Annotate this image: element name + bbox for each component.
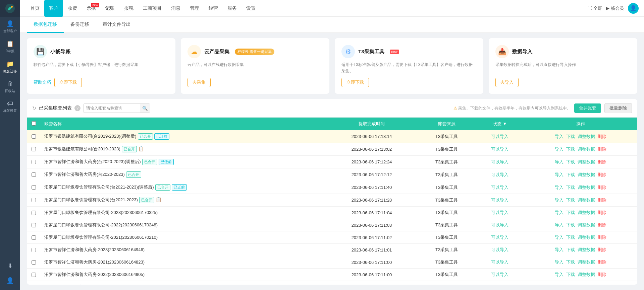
import-action[interactable]: 导入	[555, 197, 564, 203]
delete-action[interactable]: 删除	[598, 185, 606, 191]
go-collect-button[interactable]: 去采集	[187, 78, 211, 87]
download-now-button[interactable]: 立即下载	[54, 78, 82, 87]
adjust-action[interactable]: 调整数据	[578, 284, 595, 285]
search-input[interactable]	[84, 104, 140, 112]
delete-action[interactable]: 删除	[598, 222, 606, 228]
merge-btn[interactable]: 合并账套	[574, 103, 601, 113]
sidebar-item-account-transfer[interactable]: 📁 账套迁移	[0, 57, 20, 77]
go-import-button[interactable]: 去导入	[495, 78, 519, 87]
download-action[interactable]: 下载	[566, 146, 575, 152]
row-checkbox[interactable]	[32, 198, 36, 202]
avatar[interactable]: 👤	[628, 3, 639, 14]
nav-accounting[interactable]: 记账	[101, 0, 119, 17]
row-checkbox[interactable]	[32, 223, 36, 227]
download-action[interactable]: 下载	[566, 272, 575, 278]
download-action[interactable]: 下载	[566, 185, 575, 191]
delete-action[interactable]: 删除	[598, 172, 606, 178]
nav-home[interactable]: 首页	[25, 0, 44, 17]
adjust-action[interactable]: 调整数据	[578, 159, 595, 165]
row-checkbox[interactable]	[32, 134, 36, 139]
help-icon[interactable]: ?	[74, 105, 80, 111]
adjust-action[interactable]: 调整数据	[578, 172, 595, 178]
row-checkbox[interactable]	[32, 172, 36, 177]
nav-business[interactable]: 工商项目	[138, 0, 166, 17]
row-checkbox[interactable]	[32, 260, 36, 265]
delete-action[interactable]: 删除	[598, 247, 606, 253]
nav-clients[interactable]: 客户	[44, 0, 63, 17]
nav-service[interactable]: 服务	[223, 0, 241, 17]
import-action[interactable]: 导入	[555, 284, 564, 285]
row-checkbox[interactable]	[32, 211, 36, 215]
bulk-delete-btn[interactable]: 批量删除	[604, 103, 632, 113]
adjust-action[interactable]: 调整数据	[578, 146, 595, 152]
select-all-checkbox[interactable]	[32, 121, 36, 126]
download-action[interactable]: 下载	[566, 134, 575, 140]
adjust-action[interactable]: 调整数据	[578, 210, 595, 216]
import-action[interactable]: 导入	[555, 159, 564, 165]
nav-billing[interactable]: 收费	[63, 0, 82, 17]
tab-data-migration[interactable]: 数据包迁移	[27, 17, 64, 33]
import-action[interactable]: 导入	[555, 134, 564, 140]
help-doc-button[interactable]: 帮助文档	[34, 79, 51, 85]
import-action[interactable]: 导入	[555, 259, 564, 265]
adjust-action[interactable]: 调整数据	[578, 185, 595, 191]
import-action[interactable]: 导入	[555, 210, 564, 216]
download-action[interactable]: 下载	[566, 259, 575, 265]
nav-invoice[interactable]: 票据 new	[82, 0, 101, 17]
col-status[interactable]: 状态 ▼	[476, 118, 524, 130]
row-checkbox[interactable]	[32, 160, 36, 164]
tab-backup-migration[interactable]: 备份迁移	[64, 17, 96, 33]
fullscreen-btn[interactable]: ⛶ 全屏	[588, 5, 602, 11]
row-checkbox[interactable]	[32, 147, 36, 151]
sidebar-item-all-clients[interactable]: 👤 全部客户	[0, 17, 20, 37]
delete-action[interactable]: 删除	[598, 259, 606, 265]
row-checkbox[interactable]	[32, 248, 36, 252]
adjust-action[interactable]: 调整数据	[578, 234, 595, 240]
download-action[interactable]: 下载	[566, 247, 575, 253]
nav-management[interactable]: 管理	[185, 0, 204, 17]
download-action[interactable]: 下载	[566, 222, 575, 228]
adjust-action[interactable]: 调整数据	[578, 222, 595, 228]
delete-action[interactable]: 删除	[598, 197, 606, 203]
row-checkbox[interactable]	[32, 185, 36, 190]
import-action[interactable]: 导入	[555, 234, 564, 240]
import-action[interactable]: 导入	[555, 272, 564, 278]
sidebar-item-zero-report[interactable]: 📋 0申报	[0, 37, 20, 57]
delete-action[interactable]: 删除	[598, 159, 606, 165]
row-extra-icon[interactable]: 📋	[156, 197, 161, 202]
user-icon-btn[interactable]: 👤	[0, 275, 20, 287]
nav-settings[interactable]: 设置	[241, 0, 260, 17]
tab-audit-export[interactable]: 审计文件导出	[96, 17, 138, 33]
sidebar-item-recycle[interactable]: 🗑 回收站	[0, 77, 20, 97]
adjust-action[interactable]: 调整数据	[578, 272, 595, 278]
delete-action[interactable]: 删除	[598, 272, 606, 278]
delete-action[interactable]: 删除	[598, 146, 606, 152]
refresh-icon[interactable]: ↻	[32, 105, 36, 111]
download-action[interactable]: 下载	[566, 234, 575, 240]
download-action[interactable]: 下载	[566, 172, 575, 178]
row-checkbox[interactable]	[32, 235, 36, 240]
adjust-action[interactable]: 调整数据	[578, 197, 595, 203]
row-checkbox[interactable]	[32, 273, 36, 277]
download-icon-btn[interactable]: ⬇	[0, 260, 20, 272]
adjust-action[interactable]: 调整数据	[578, 134, 595, 140]
download-action[interactable]: 下载	[566, 210, 575, 216]
adjust-action[interactable]: 调整数据	[578, 259, 595, 265]
import-action[interactable]: 导入	[555, 146, 564, 152]
delete-action[interactable]: 删除	[598, 234, 606, 240]
nav-tax[interactable]: 报税	[119, 0, 138, 17]
member-btn[interactable]: ▶ 畅会员	[606, 5, 624, 11]
import-action[interactable]: 导入	[555, 247, 564, 253]
download-action[interactable]: 下载	[566, 197, 575, 203]
sidebar-item-tag-settings[interactable]: 🏷 标签设置	[0, 97, 20, 117]
adjust-action[interactable]: 调整数据	[578, 247, 595, 253]
download-action[interactable]: 下载	[566, 159, 575, 165]
download-action[interactable]: 下载	[566, 284, 575, 285]
row-extra-icon[interactable]: 📋	[138, 146, 144, 151]
delete-action[interactable]: 删除	[598, 134, 606, 140]
import-action[interactable]: 导入	[555, 222, 564, 228]
delete-action[interactable]: 删除	[598, 210, 606, 216]
import-action[interactable]: 导入	[555, 185, 564, 191]
nav-operations[interactable]: 经营	[204, 0, 223, 17]
search-button[interactable]: 🔍	[140, 104, 150, 113]
